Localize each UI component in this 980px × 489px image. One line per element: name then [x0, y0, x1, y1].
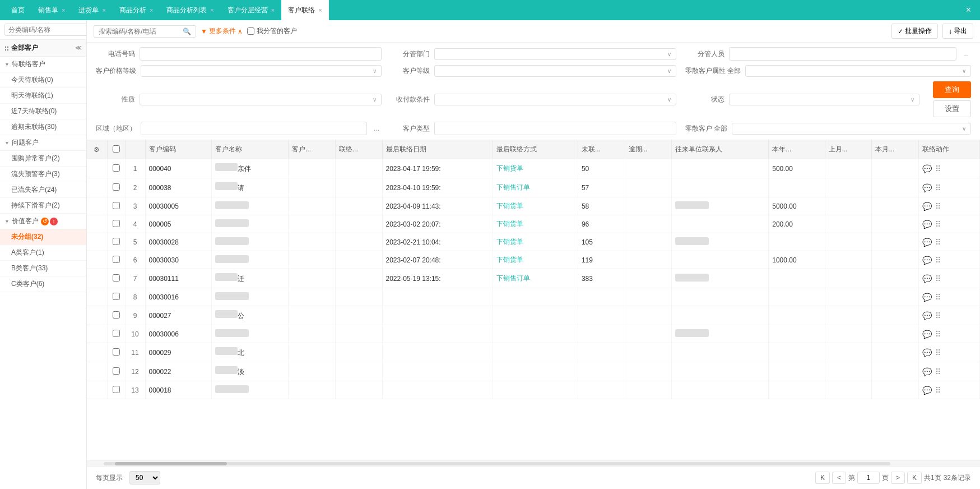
row-checkbox[interactable]: [113, 367, 120, 375]
batch-operations-btn[interactable]: ✓ 批量操作: [891, 24, 938, 39]
horizontal-scrollbar[interactable]: [87, 460, 980, 466]
more-icon[interactable]: ⠿: [935, 164, 941, 173]
more-icon[interactable]: ⠿: [935, 293, 941, 302]
phone-input[interactable]: [140, 47, 382, 61]
row-last-method[interactable]: [493, 306, 578, 325]
customer-type-input[interactable]: [434, 122, 676, 135]
row-checkbox[interactable]: [113, 274, 120, 282]
more-icon[interactable]: ⠿: [935, 202, 941, 211]
row-checkbox-cell[interactable]: [107, 251, 125, 269]
person-dots[interactable]: ...: [961, 50, 971, 58]
search-input[interactable]: [99, 27, 183, 35]
row-last-method[interactable]: 下销货单: [493, 197, 578, 215]
th-settings[interactable]: ⚙: [87, 140, 107, 159]
chat-icon[interactable]: 💬: [922, 238, 932, 247]
export-btn[interactable]: ↓ 导出: [942, 24, 973, 39]
sidebar-item-declining[interactable]: 持续下滑客户(2): [0, 198, 86, 214]
chat-icon[interactable]: 💬: [922, 202, 932, 211]
chat-icon[interactable]: 💬: [922, 274, 932, 283]
row-actions[interactable]: 💬⠿: [919, 288, 980, 306]
nav-tab-analysis-list[interactable]: 商品分析列表 ×: [160, 0, 220, 20]
sidebar-item-overdue[interactable]: 逾期未联络(30): [0, 119, 86, 135]
dept-select[interactable]: ∨: [434, 48, 676, 60]
row-checkbox-cell[interactable]: [107, 381, 125, 399]
row-actions[interactable]: 💬⠿: [919, 269, 980, 288]
row-actions[interactable]: 💬⠿: [919, 343, 980, 362]
more-icon[interactable]: ⠿: [935, 330, 941, 339]
close-all-tabs[interactable]: ×: [962, 5, 976, 15]
refresh-icon[interactable]: ↺: [41, 218, 49, 225]
my-customers-check[interactable]: [247, 27, 254, 35]
close-purchase-tab[interactable]: ×: [102, 7, 105, 13]
sidebar-item-churn-warning[interactable]: 流失预警客户(3): [0, 167, 86, 182]
row-checkbox[interactable]: [113, 256, 120, 263]
nature-select[interactable]: ∨: [140, 94, 382, 105]
row-checkbox-cell[interactable]: [107, 306, 125, 325]
status-select[interactable]: ∨: [729, 94, 919, 105]
row-checkbox-cell[interactable]: [107, 233, 125, 251]
close-customer-tier-tab[interactable]: ×: [271, 7, 275, 13]
nav-tab-home[interactable]: 首页: [4, 0, 31, 20]
page-size-select[interactable]: 50 100: [129, 471, 160, 485]
chat-icon[interactable]: 💬: [922, 183, 932, 192]
row-actions[interactable]: 💬⠿: [919, 251, 980, 269]
more-icon[interactable]: ⠿: [935, 183, 941, 192]
row-checkbox-cell[interactable]: [107, 362, 125, 381]
page-number-input[interactable]: [857, 472, 880, 484]
more-icon[interactable]: ⠿: [935, 367, 941, 376]
row-last-method[interactable]: 下销售订单: [493, 178, 578, 197]
retail-attr-select[interactable]: ∨: [745, 65, 971, 77]
row-checkbox-cell[interactable]: [107, 288, 125, 306]
nav-tab-purchase[interactable]: 进货单 ×: [72, 0, 112, 20]
nav-tab-customer-tier[interactable]: 客户分层经营 ×: [221, 0, 281, 20]
row-last-method[interactable]: [493, 288, 578, 306]
more-icon[interactable]: ⠿: [935, 348, 941, 357]
row-actions[interactable]: 💬⠿: [919, 306, 980, 325]
sidebar-item-churned[interactable]: 已流失客户(24): [0, 182, 86, 198]
reset-btn[interactable]: 设置: [933, 100, 971, 117]
row-checkbox[interactable]: [113, 293, 120, 300]
value-customers-group[interactable]: ▼ 价值客户 ↺ !: [0, 214, 86, 229]
last-page-btn[interactable]: K: [907, 472, 922, 484]
all-customers-header[interactable]: :: 全部客户 ≪: [0, 40, 86, 57]
close-analysis-list-tab[interactable]: ×: [210, 7, 213, 13]
chat-icon[interactable]: 💬: [922, 256, 932, 265]
more-icon[interactable]: ⠿: [935, 238, 941, 247]
row-actions[interactable]: 💬⠿: [919, 178, 980, 197]
search-icon[interactable]: 🔍: [183, 27, 191, 35]
row-checkbox[interactable]: [113, 183, 120, 191]
price-level-select[interactable]: ∨: [141, 65, 382, 77]
nav-tab-sales[interactable]: 销售单 ×: [31, 0, 72, 20]
problem-customers-group[interactable]: ▼ 问题客户: [0, 135, 86, 151]
row-checkbox[interactable]: [113, 164, 120, 172]
row-checkbox[interactable]: [113, 348, 120, 356]
chat-icon[interactable]: 💬: [922, 293, 932, 302]
row-last-method[interactable]: 下销货单: [493, 233, 578, 251]
region-dots[interactable]: ...: [371, 124, 382, 132]
close-sales-tab[interactable]: ×: [62, 7, 65, 13]
nav-tab-customer-contact[interactable]: 客户联络 ×: [281, 0, 328, 20]
sidebar-item-today[interactable]: 今天待联络(0): [0, 72, 86, 88]
row-actions[interactable]: 💬⠿: [919, 233, 980, 251]
row-checkbox[interactable]: [113, 330, 120, 337]
retail-customer-select[interactable]: ∨: [732, 123, 971, 135]
region-input[interactable]: [141, 122, 367, 135]
prev-page-btn[interactable]: <: [832, 472, 846, 484]
chat-icon[interactable]: 💬: [922, 330, 932, 339]
row-last-method[interactable]: [493, 362, 578, 381]
first-page-btn[interactable]: K: [815, 472, 830, 484]
more-icon[interactable]: ⠿: [935, 220, 941, 229]
chat-icon[interactable]: 💬: [922, 367, 932, 376]
row-checkbox-cell[interactable]: [107, 215, 125, 233]
more-icon[interactable]: ⠿: [935, 256, 941, 265]
sidebar-item-c-class[interactable]: C类客户(6): [0, 276, 86, 292]
sidebar-item-a-class[interactable]: A类客户(1): [0, 245, 86, 261]
row-checkbox[interactable]: [113, 220, 120, 227]
row-checkbox[interactable]: [113, 202, 120, 209]
next-page-btn[interactable]: >: [891, 472, 905, 484]
chat-icon[interactable]: 💬: [922, 348, 932, 357]
row-actions[interactable]: 💬⠿: [919, 159, 980, 178]
close-analysis-tab[interactable]: ×: [150, 7, 153, 13]
more-icon[interactable]: ⠿: [935, 386, 941, 395]
chat-icon[interactable]: 💬: [922, 220, 932, 229]
